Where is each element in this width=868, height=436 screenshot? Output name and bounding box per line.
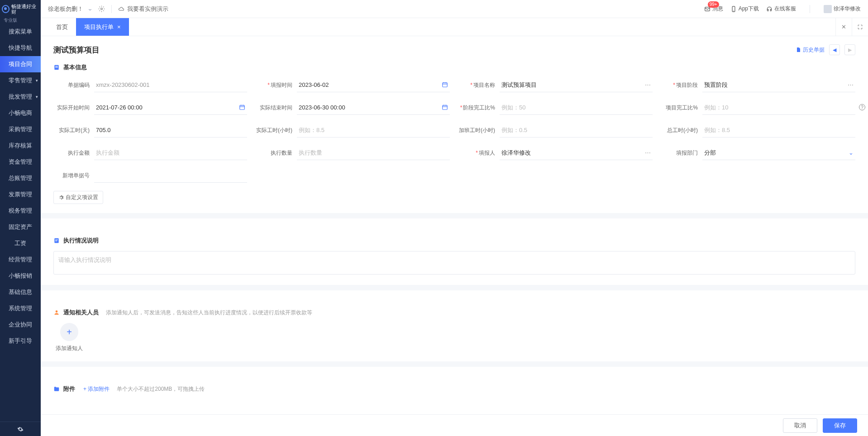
sidebar-item[interactable]: 搜索菜单 <box>0 24 41 40</box>
footer-actions: 取消 保存 <box>41 414 868 436</box>
sidebar-item[interactable]: 企业协同 <box>0 317 41 333</box>
overtime-hours-input[interactable] <box>500 123 653 137</box>
svg-rect-21 <box>55 241 57 241</box>
exec-qty-input[interactable] <box>297 146 450 160</box>
sidebar-item[interactable]: 采购管理 <box>0 121 41 137</box>
sidebar-item[interactable]: 批发管理▾ <box>0 89 41 105</box>
history-link-label: 历史单据 <box>803 46 825 54</box>
section-divider <box>41 285 868 290</box>
fill-date-input[interactable] <box>297 78 450 92</box>
next-doc-button[interactable]: ▶ <box>844 44 855 55</box>
svg-rect-15 <box>443 105 448 109</box>
sidebar-item[interactable]: 项目合同 <box>0 56 41 72</box>
add-notify-label: 添加通知人 <box>56 345 83 352</box>
sidebar-item-label: 新手引导 <box>9 337 32 345</box>
more-icon[interactable]: ⋯ <box>645 81 651 88</box>
fullscreen-button[interactable] <box>852 18 868 36</box>
project-stage-label: 项目阶段 <box>676 82 698 88</box>
chevron-down-icon[interactable]: ⌄ <box>849 149 854 156</box>
add-notify-button[interactable]: + <box>60 323 78 341</box>
sidebar-item[interactable]: 经营管理 <box>0 251 41 268</box>
brand-logo: 畅捷通好业财 <box>0 0 41 18</box>
chevron-down-icon: ▾ <box>36 95 38 99</box>
custom-fields-button[interactable]: 自定义项设置 <box>53 191 103 204</box>
separator <box>810 5 810 13</box>
page-header: 测试预算项目 历史单据 ◀ ▶ <box>41 36 868 63</box>
sidebar-item[interactable]: 固定资产 <box>0 219 41 235</box>
more-icon[interactable]: ⋯ <box>645 149 651 156</box>
sidebar-settings[interactable] <box>0 422 41 436</box>
sidebar-item[interactable]: 库存核算 <box>0 137 41 154</box>
sidebar-item[interactable]: 小畅电商 <box>0 105 41 121</box>
sidebar-item[interactable]: 新手引导 <box>0 333 41 349</box>
prev-doc-button[interactable]: ◀ <box>829 44 840 55</box>
gear-icon <box>58 195 64 200</box>
help-icon[interactable]: ? <box>859 104 865 110</box>
tab[interactable]: 项目执行单× <box>76 18 129 36</box>
user-menu[interactable]: 徐泽华修改 <box>824 5 861 13</box>
actual-start-input[interactable] <box>94 100 247 115</box>
online-service-button[interactable]: 在线客服 <box>766 5 796 13</box>
sidebar-item-label: 总账管理 <box>9 174 32 182</box>
folder-icon <box>53 386 60 392</box>
sidebar-item-label: 库存核算 <box>9 142 32 150</box>
side-nav: 搜索菜单快捷导航项目合同零售管理▾批发管理▾小畅电商采购管理库存核算资金管理总账… <box>0 24 41 422</box>
sidebar-item-label: 发票管理 <box>9 190 32 199</box>
add-attachment-link[interactable]: + 添加附件 <box>83 385 110 393</box>
exec-desc-textarea[interactable] <box>53 251 855 275</box>
app-download-button[interactable]: App下载 <box>730 5 759 13</box>
actual-days-input[interactable] <box>94 123 247 137</box>
cloud-icon <box>118 6 124 12</box>
actual-hours-label: 实际工时(小时) <box>256 127 297 134</box>
history-link[interactable]: 历史单据 <box>796 46 825 54</box>
project-name-input[interactable] <box>500 78 653 92</box>
report-dept-input[interactable] <box>702 146 855 160</box>
calendar-icon[interactable] <box>442 81 448 88</box>
app-download-label: App下载 <box>739 5 759 13</box>
total-hours-input[interactable] <box>702 123 855 137</box>
sidebar-item[interactable]: 总账管理 <box>0 170 41 186</box>
sidebar-item[interactable]: 零售管理▾ <box>0 72 41 89</box>
project-stage-input[interactable] <box>702 78 855 92</box>
demo-link[interactable]: 我要看实例演示 <box>118 5 168 13</box>
avatar-icon <box>824 5 832 13</box>
user-name: 徐泽华修改 <box>834 5 861 13</box>
svg-rect-20 <box>55 240 58 240</box>
sidebar-item[interactable]: 税务管理 <box>0 203 41 219</box>
sidebar-item[interactable]: 快捷导航 <box>0 40 41 56</box>
actual-hours-input[interactable] <box>297 123 450 137</box>
sidebar-item-label: 项目合同 <box>9 60 32 68</box>
tab[interactable]: 首页 <box>48 18 76 36</box>
sidebar-item-label: 资金管理 <box>9 158 32 166</box>
company-selector[interactable]: 徐老板勿删！ ⌄ <box>48 5 92 13</box>
stage-pct-input[interactable] <box>500 100 653 115</box>
exec-amount-input[interactable] <box>94 146 247 160</box>
close-panel-button[interactable]: ✕ <box>835 18 852 36</box>
reporter-input[interactable] <box>500 146 653 160</box>
document-icon <box>796 47 801 52</box>
close-icon[interactable]: × <box>117 24 121 30</box>
sidebar-item[interactable]: 系统管理 <box>0 300 41 317</box>
more-icon[interactable]: ⋯ <box>848 81 854 88</box>
sidebar-item[interactable]: 小畅报销 <box>0 268 41 284</box>
top-actions: 99+ 消息 App下载 在线客服 徐泽华修改 <box>704 5 861 13</box>
settings-icon[interactable] <box>98 5 105 12</box>
company-name: 徐老板勿删！ <box>48 5 83 13</box>
chevron-down-icon: ⌄ <box>87 6 93 12</box>
project-pct-input[interactable] <box>702 100 855 115</box>
tab-label: 项目执行单 <box>84 23 114 31</box>
save-button[interactable]: 保存 <box>823 418 857 433</box>
sidebar-item[interactable]: 工资 <box>0 235 41 251</box>
cancel-button[interactable]: 取消 <box>783 418 817 433</box>
actual-start-label: 实际开始时间 <box>53 104 94 112</box>
messages-button[interactable]: 99+ 消息 <box>704 5 723 13</box>
sidebar-item[interactable]: 基础信息 <box>0 284 41 300</box>
new-doc-no-input[interactable] <box>94 168 247 183</box>
calendar-icon[interactable] <box>442 104 448 110</box>
sidebar-item[interactable]: 资金管理 <box>0 154 41 170</box>
calendar-icon[interactable] <box>239 104 245 110</box>
doc-no-input <box>94 78 247 92</box>
sidebar-item-label: 小畅报销 <box>9 272 32 280</box>
actual-end-input[interactable] <box>297 100 450 115</box>
sidebar-item[interactable]: 发票管理 <box>0 186 41 203</box>
